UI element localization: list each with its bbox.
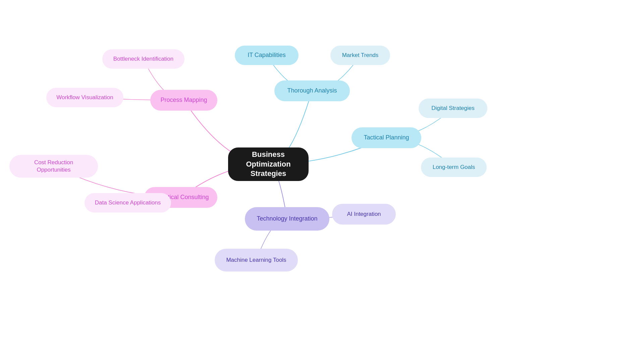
- thorough-analysis-label: Thorough Analysis: [287, 87, 337, 95]
- cost-reduction-label: Cost Reduction Opportunities: [34, 159, 73, 174]
- market-trends-node: Market Trends: [330, 46, 390, 65]
- machine-learning-label: Machine Learning Tools: [226, 256, 286, 264]
- process-mapping-label: Process Mapping: [160, 96, 207, 104]
- data-science-label: Data Science Applications: [95, 199, 161, 206]
- digital-strategies-node: Digital Strategies: [419, 99, 487, 118]
- ai-integration-label: AI Integration: [347, 210, 381, 218]
- tactical-planning-label: Tactical Planning: [364, 134, 409, 141]
- it-capabilities-node: IT Capabilities: [235, 46, 299, 65]
- long-term-goals-label: Long-term Goals: [433, 164, 475, 171]
- center-node: Business Optimization Strategies: [228, 147, 309, 181]
- digital-strategies-label: Digital Strategies: [431, 105, 475, 112]
- tech-integration-label: Technology Integration: [257, 215, 317, 223]
- cost-reduction-node: Cost Reduction Opportunities: [9, 155, 98, 178]
- bottleneck-node: Bottleneck Identification: [102, 49, 184, 69]
- process-mapping-node: Process Mapping: [150, 90, 217, 111]
- it-capabilities-label: IT Capabilities: [248, 51, 286, 59]
- thorough-analysis-node: Thorough Analysis: [274, 80, 350, 101]
- long-term-goals-node: Long-term Goals: [421, 158, 487, 177]
- tactical-planning-node: Tactical Planning: [352, 127, 421, 148]
- bottleneck-label: Bottleneck Identification: [113, 55, 174, 63]
- workflow-node: Workflow Visualization: [46, 88, 123, 107]
- workflow-label: Workflow Visualization: [56, 94, 113, 101]
- ai-integration-node: AI Integration: [332, 204, 396, 225]
- market-trends-label: Market Trends: [342, 52, 379, 59]
- machine-learning-node: Machine Learning Tools: [215, 249, 298, 271]
- data-science-node: Data Science Applications: [85, 193, 171, 213]
- tech-integration-node: Technology Integration: [245, 207, 329, 231]
- center-label: Business Optimization Strategies: [236, 150, 301, 179]
